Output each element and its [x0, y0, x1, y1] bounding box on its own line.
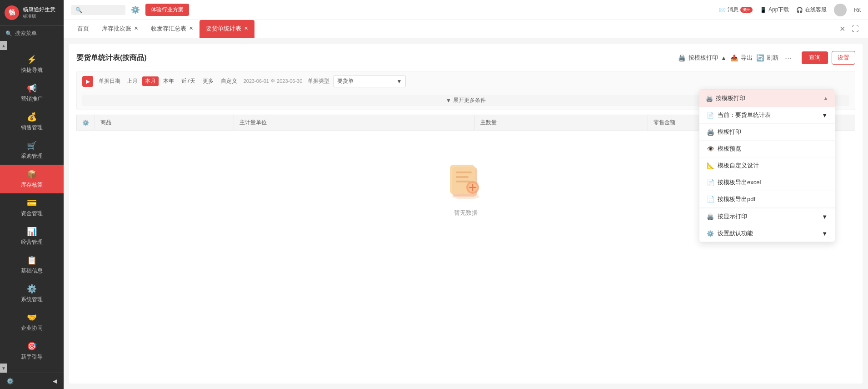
sidebar-item-label: 营销推广: [21, 95, 43, 103]
query-btn[interactable]: 查询: [802, 51, 828, 64]
guide-icon: 🎯: [27, 341, 37, 351]
username-label: Rit: [854, 7, 861, 13]
template-print-icon: 🖨️: [707, 128, 714, 136]
message-btn[interactable]: ✉️ 消息 99+: [719, 6, 753, 14]
topbar-gear-icon[interactable]: ⚙️: [131, 5, 140, 14]
date-group: 上月 本月 本年 近7天 更多 自定义: [124, 76, 240, 86]
sidebar-item-label: 销售管理: [21, 124, 43, 131]
tab-close-icon[interactable]: ✕: [134, 26, 138, 31]
logo-icon: 畅: [5, 5, 19, 20]
dropdown-item-template-custom[interactable]: 📐 模板自定义设计: [699, 157, 835, 174]
print-template-btn[interactable]: 🖨️ 按模板打印 ▲: [678, 54, 727, 62]
download-icon: 📱: [760, 7, 767, 13]
dropdown-current-left: 📄 当前：要货单统计表: [707, 111, 771, 119]
select-chevron-icon: ▼: [396, 78, 402, 85]
tab-close-icon[interactable]: ✕: [244, 26, 248, 31]
th-unit: 主计量单位: [234, 115, 475, 131]
settings-icon[interactable]: ⚙️: [6, 378, 14, 384]
sidebar-item-purchase[interactable]: 🛒 采购管理: [0, 136, 64, 165]
app-download-btn[interactable]: 📱 App下载: [760, 6, 789, 14]
export-label: 导出: [741, 54, 753, 62]
empty-illustration: [443, 158, 489, 203]
tab-order-summary[interactable]: 要货单统计表 ✕: [200, 20, 254, 38]
sidebar-item-label: 快捷导航: [21, 66, 43, 74]
sidebar-search[interactable]: 🔍 搜索菜单: [0, 26, 64, 41]
dropdown-panel: 🖨️ 按模板打印 ▲ 📄 当前：要货单统计表 ▼ 🖨️ 模板打印: [699, 89, 835, 242]
dropdown-item-template-preview[interactable]: 👁️ 模板预览: [699, 141, 835, 157]
main-area: 🔍 ⚙️ 体验行业方案 ✉️ 消息 99+ 📱 App下载 🎧 在线客服 Rit…: [64, 0, 868, 389]
topbar-search[interactable]: 🔍: [71, 5, 125, 15]
sidebar-item-sales[interactable]: 💰 销售管理: [0, 107, 64, 136]
tab-close-icon[interactable]: ✕: [189, 26, 193, 31]
sidebar-item-inventory[interactable]: 📦 库存核算: [0, 165, 64, 193]
sidebar-scroll-up[interactable]: ▲: [0, 41, 7, 50]
default-func-left: ⚙️ 设置默认功能: [707, 229, 753, 237]
tab-inventory-batch[interactable]: 库存批次账 ✕: [95, 20, 145, 38]
dropdown-collapse-icon[interactable]: ▲: [823, 95, 828, 101]
user-avatar[interactable]: [834, 4, 847, 16]
type-select[interactable]: 要货单 ▼: [333, 75, 406, 87]
purchase-icon: 🛒: [27, 141, 37, 151]
th-settings[interactable]: ⚙️: [77, 115, 95, 131]
tabbar-expand-btn[interactable]: ⛶: [850, 23, 861, 35]
sidebar-item-finance[interactable]: 💳 资金管理: [0, 193, 64, 222]
dropdown-item-export-pdf[interactable]: 📄 按模板导出pdf: [699, 191, 835, 208]
tab-income-summary[interactable]: 收发存汇总表 ✕: [145, 20, 200, 38]
tab-label: 收发存汇总表: [151, 25, 186, 33]
date-btn-more[interactable]: 更多: [200, 76, 216, 86]
collapse-icon[interactable]: ◀: [53, 378, 57, 384]
dropdown-item-label: 模板自定义设计: [718, 162, 759, 170]
logo-area: 畅 畅康通好生意 标准版: [0, 0, 64, 26]
sidebar-item-label: 库存核算: [21, 181, 43, 189]
tab-home[interactable]: 首页: [71, 20, 95, 38]
display-print-chevron-icon: ▼: [822, 213, 828, 220]
online-service-btn[interactable]: 🎧 在线客服: [796, 6, 827, 14]
template-preview-icon: 👁️: [707, 145, 714, 152]
date-btn-custom[interactable]: 自定义: [218, 76, 240, 86]
message-label: 消息: [728, 6, 738, 14]
page-header-actions: 🖨️ 按模板打印 ▲ 📤 导出 🔄 刷新 ··· 查询 设置: [678, 51, 855, 65]
page-container: 要货单统计表(按商品) 🖨️ 按模板打印 ▲ 📤 导出 🔄 刷新: [69, 44, 863, 384]
current-icon: 📄: [707, 112, 714, 119]
date-filter-section: 单据日期 上月 本月 本年 近7天 更多 自定义 2023-06-01 至 20…: [99, 76, 302, 86]
th-quantity: 主数量: [475, 115, 648, 131]
sidebar-scroll-down[interactable]: ▼: [0, 364, 7, 373]
current-chevron-icon: ▼: [822, 112, 828, 119]
sidebar-item-label: 经营管理: [21, 238, 43, 246]
sidebar-item-collab[interactable]: 🤝 企业协同: [0, 308, 64, 337]
dropdown-display-print[interactable]: 🖨️ 按显示打印 ▼: [699, 208, 835, 225]
sidebar-item-basic[interactable]: 📋 基础信息: [0, 251, 64, 279]
type-filter-label: 单据类型: [308, 77, 329, 85]
refresh-btn[interactable]: 🔄 刷新: [756, 54, 778, 62]
dropdown-current-item[interactable]: 📄 当前：要货单统计表 ▼: [699, 107, 835, 124]
dropdown-default-func[interactable]: ⚙️ 设置默认功能 ▼: [699, 225, 835, 242]
svg-rect-3: [456, 172, 472, 173]
marketing-icon: 📢: [27, 83, 37, 93]
quick-nav-icon: ⚡: [27, 55, 37, 65]
dropdown-print-icon: 🖨️: [706, 95, 713, 102]
export-btn[interactable]: 📤 导出: [730, 54, 753, 62]
more-actions-btn[interactable]: ···: [782, 52, 794, 64]
trial-btn[interactable]: 体验行业方案: [145, 4, 189, 16]
sidebar-item-guide[interactable]: 🎯 新手引导: [0, 337, 64, 364]
sidebar-item-quick-nav[interactable]: ⚡ 快捷导航: [0, 50, 64, 79]
tabbar-right: ✕ ⛶: [838, 23, 861, 35]
date-btn-current-year[interactable]: 本年: [160, 76, 177, 86]
sidebar-item-label: 采购管理: [21, 152, 43, 160]
app-download-label: App下载: [768, 6, 789, 14]
dropdown-item-template-print[interactable]: 🖨️ 模板打印: [699, 124, 835, 141]
date-btn-7days[interactable]: 近7天: [179, 76, 198, 86]
filter-expand-arrow[interactable]: ▶: [82, 76, 93, 87]
refresh-label: 刷新: [767, 54, 778, 62]
sidebar-item-label: 企业协同: [21, 324, 43, 332]
default-func-chevron-icon: ▼: [822, 230, 828, 237]
sidebar-item-operation[interactable]: 📊 经营管理: [0, 222, 64, 251]
date-btn-current-month[interactable]: 本月: [142, 76, 159, 86]
settings-btn[interactable]: 设置: [832, 51, 855, 65]
sidebar-item-system[interactable]: ⚙️ 系统管理: [0, 279, 64, 308]
date-btn-prev-month[interactable]: 上月: [124, 76, 140, 86]
display-print-icon: 🖨️: [707, 213, 714, 220]
dropdown-item-export-excel[interactable]: 📄 按模板导出excel: [699, 174, 835, 191]
sidebar-item-marketing[interactable]: 📢 营销推广: [0, 79, 64, 107]
tabbar-close-btn[interactable]: ✕: [838, 23, 847, 35]
